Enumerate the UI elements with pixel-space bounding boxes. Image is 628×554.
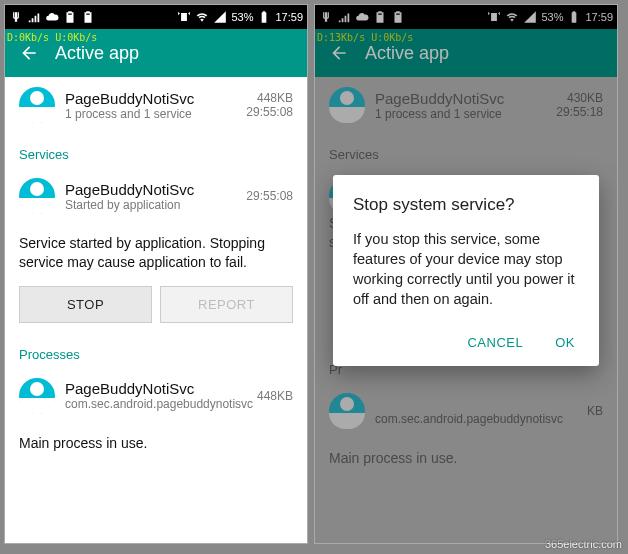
battery-icon bbox=[257, 10, 271, 24]
service-sub: Started by application bbox=[65, 198, 236, 212]
app-size: 448KB bbox=[246, 91, 293, 105]
dialog-cancel-button[interactable]: CANCEL bbox=[463, 327, 527, 358]
stop-service-dialog: Stop system service? If you stop this se… bbox=[333, 175, 599, 366]
process-size: 448KB bbox=[257, 389, 293, 403]
net-stats: D:0Kb/s U:0Kb/s bbox=[7, 32, 97, 43]
app-name: PageBuddyNotiSvc bbox=[65, 90, 236, 107]
phone-left: 53% 17:59 D:0Kb/s U:0Kb/s Active app Pag… bbox=[4, 4, 308, 544]
app-uptime: 29:55:08 bbox=[246, 105, 293, 119]
process-sub: com.sec.android.pagebuddynotisvc bbox=[65, 397, 247, 411]
dialog-ok-button[interactable]: OK bbox=[551, 327, 579, 358]
stop-button[interactable]: STOP bbox=[19, 286, 152, 323]
section-processes: Processes bbox=[5, 333, 307, 368]
report-button[interactable]: REPORT bbox=[160, 286, 293, 323]
phone-right: 53% 17:59 D:13Kb/s U:0Kb/s Active app Pa… bbox=[314, 4, 618, 544]
process-name: PageBuddyNotiSvc bbox=[65, 380, 247, 397]
clipboard-icon bbox=[63, 10, 77, 24]
cell-signal-icon bbox=[213, 10, 227, 24]
cloud-icon bbox=[45, 10, 59, 24]
process-row[interactable]: PageBuddyNotiSvc com.sec.android.pagebud… bbox=[5, 368, 307, 424]
clock: 17:59 bbox=[275, 11, 303, 23]
content: PageBuddyNotiSvc 1 process and 1 service… bbox=[5, 77, 307, 543]
wifi-icon bbox=[195, 10, 209, 24]
app-summary-row[interactable]: PageBuddyNotiSvc 1 process and 1 service… bbox=[5, 77, 307, 133]
service-name: PageBuddyNotiSvc bbox=[65, 181, 236, 198]
appbar-title: Active app bbox=[55, 43, 139, 64]
app-icon bbox=[19, 178, 55, 214]
app-icon bbox=[19, 87, 55, 123]
dialog-title: Stop system service? bbox=[353, 195, 579, 215]
signal-icon bbox=[27, 10, 41, 24]
status-bar: 53% 17:59 D:0Kb/s U:0Kb/s bbox=[5, 5, 307, 29]
section-services: Services bbox=[5, 133, 307, 168]
service-row[interactable]: PageBuddyNotiSvc Started by application … bbox=[5, 168, 307, 224]
psi-icon bbox=[9, 10, 23, 24]
battery-pct: 53% bbox=[231, 11, 253, 23]
clipboard-icon-2 bbox=[81, 10, 95, 24]
back-arrow-icon[interactable] bbox=[19, 43, 39, 63]
app-icon bbox=[19, 378, 55, 414]
app-sub: 1 process and 1 service bbox=[65, 107, 236, 121]
dialog-body: If you stop this service, some features … bbox=[353, 229, 579, 309]
process-description: Main process in use. bbox=[5, 424, 307, 463]
vibrate-icon bbox=[177, 10, 191, 24]
service-description: Service started by application. Stopping… bbox=[5, 224, 307, 282]
service-uptime: 29:55:08 bbox=[246, 189, 293, 203]
